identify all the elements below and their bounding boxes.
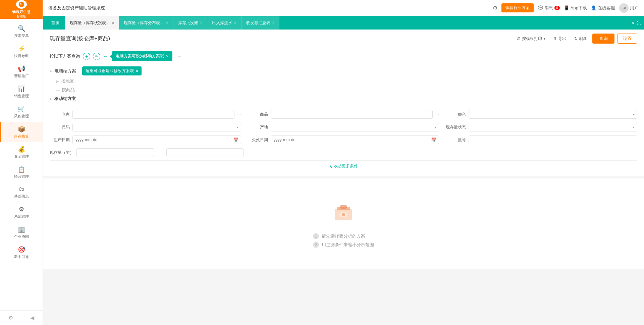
stock-status-select[interactable]: [469, 123, 637, 131]
reset-button[interactable]: 设置: [617, 34, 637, 44]
print-label: 按模板打印: [522, 36, 542, 42]
industry-btn[interactable]: 体验行业方案: [501, 3, 534, 12]
tab-stock-status[interactable]: 现存量（库存状况表） ×: [65, 16, 119, 30]
sidebar-item-finance[interactable]: 💰 资金管理: [0, 142, 43, 162]
settings-footer-icon[interactable]: ⚙: [8, 315, 13, 321]
tab-stock-dist-close[interactable]: ×: [166, 21, 168, 25]
origin-select[interactable]: [271, 123, 439, 131]
support-group[interactable]: 👤 在线客服: [591, 5, 615, 11]
sidebar-item-inventory[interactable]: 📦 库存核算: [0, 122, 43, 142]
mfg-date-calendar-icon[interactable]: 📅: [233, 138, 238, 143]
color-select[interactable]: [469, 110, 637, 119]
quick-nav-icon: ⚡: [18, 45, 25, 52]
message-group[interactable]: 💬 消息 6: [538, 5, 560, 11]
pc-scheme-triangle[interactable]: ▶: [50, 69, 52, 73]
sidebar-item-label: 库存核算: [14, 134, 29, 139]
refresh-btn[interactable]: ↻ 刷新: [572, 35, 590, 43]
collapse-sidebar-icon[interactable]: ◀: [30, 315, 34, 321]
pc-sub-label-1: 按地区: [61, 78, 74, 84]
tab-close-all-icon[interactable]: ×: [632, 20, 634, 25]
warehouse-input[interactable]: [72, 110, 234, 119]
mfg-date-wrap: 📅: [72, 136, 241, 144]
sidebar-item-system[interactable]: ⚙ 系统管理: [0, 202, 43, 222]
warehouse-dots[interactable]: ···: [237, 112, 241, 117]
app-download-group[interactable]: 📱 App下载: [564, 5, 587, 11]
svg-rect-4: [340, 205, 347, 209]
sidebar-item-sales[interactable]: 📊 销售管理: [0, 82, 43, 102]
sidebar-item-guide[interactable]: 🎯 新手引导: [0, 242, 43, 263]
tab-home[interactable]: 首页: [46, 16, 65, 30]
sidebar-item-label: 经营管理: [14, 174, 29, 179]
print-dropdown-icon: ▾: [543, 36, 545, 41]
support-icon: 👤: [591, 5, 596, 10]
origin-label: 产地: [248, 124, 268, 130]
tab-batch-ledger[interactable]: 库存批次账 ×: [173, 16, 207, 30]
add-scheme-btn[interactable]: +: [83, 53, 90, 60]
mfg-date-input[interactable]: [72, 136, 241, 144]
sidebar-item-enterprise[interactable]: 🏢 企业协同: [0, 222, 43, 242]
tab-stock-flow-label: 出入库流水: [212, 20, 232, 26]
tab-batch-ledger-close[interactable]: ×: [200, 21, 202, 25]
warehouse-field: 仓库 ···: [50, 110, 241, 119]
stock-status-field: 现存量状态 ▾: [446, 123, 637, 131]
size-select[interactable]: [72, 123, 241, 131]
tab-stock-flow-close[interactable]: ×: [234, 21, 236, 25]
tab-stock-dist[interactable]: 现存量（库存分布表） ×: [119, 16, 173, 30]
tooltip2-text: 这里可以创建和修改方案哦: [86, 68, 134, 74]
export-icon: ⬆: [553, 36, 557, 41]
batch-input[interactable]: [469, 136, 637, 144]
mobile-scheme-row: ▶ 移动端方案: [50, 94, 637, 103]
tab-collect-send[interactable]: 收发存汇总表 ×: [241, 16, 279, 30]
tab-stock-status-close[interactable]: ×: [112, 21, 114, 25]
stock-qty-min[interactable]: [76, 148, 154, 157]
filter-top-row: 按以下方案查询 + ✏ ← 电脑方案可设为移动方案哦 × ···: [50, 51, 637, 61]
filter-back-arrow[interactable]: ←: [103, 54, 108, 59]
tab-stock-flow[interactable]: 出入库流水 ×: [207, 16, 241, 30]
exp-date-calendar-icon[interactable]: 📅: [431, 138, 436, 143]
purchase-icon: 🛒: [18, 105, 25, 113]
header-settings-icon[interactable]: ⚙: [493, 5, 497, 11]
sidebar-item-label: 企业协同: [14, 234, 29, 239]
refresh-label: 刷新: [579, 36, 587, 42]
sidebar-item-basic[interactable]: 🗂 基础信息: [0, 182, 43, 202]
sidebar-item-purchase[interactable]: 🛒 采购管理: [0, 102, 43, 122]
mobile-scheme-label[interactable]: 移动端方案: [54, 96, 76, 102]
goods-dots[interactable]: ···: [435, 112, 439, 117]
batch-field: 批号: [446, 136, 637, 144]
goods-input[interactable]: [271, 110, 433, 119]
exp-date-input[interactable]: [271, 136, 439, 144]
svg-point-6: [342, 213, 345, 216]
export-btn[interactable]: ⬆ 导出: [551, 35, 569, 43]
stock-qty-field: 现存量（主） —: [50, 148, 244, 157]
tab-fullscreen-icon[interactable]: ⛶: [637, 20, 641, 25]
pc-sub-row2: — 按商品: [56, 86, 637, 94]
sidebar-item-search[interactable]: 🔍 搜索菜单: [0, 21, 43, 42]
tab-collect-send-close[interactable]: ×: [272, 21, 274, 25]
print-btn[interactable]: 🖨 按模板打印 ▾: [514, 35, 548, 43]
user-group[interactable]: Ea 用户: [619, 3, 639, 13]
export-label: 导出: [558, 36, 566, 42]
filter-fields-container: 仓库 ··· 商品 ··· 颜色: [50, 106, 637, 157]
collapse-btn[interactable]: ∧ 收起更多条件: [50, 160, 637, 172]
pc-scheme-label[interactable]: 电脑端方案: [54, 68, 76, 74]
tooltip1-close[interactable]: ×: [166, 54, 168, 59]
mobile-scheme-triangle[interactable]: ▶: [50, 97, 52, 101]
sidebar-item-label: 系统管理: [14, 214, 29, 219]
color-select-wrap: ▾: [469, 110, 637, 119]
mobile-icon: 📱: [564, 5, 569, 10]
finance-icon: 💰: [18, 146, 25, 153]
logo-sub: 标准版: [17, 14, 26, 19]
sidebar-item-quick-nav[interactable]: ⚡ 快捷导航: [0, 42, 43, 62]
system-name: 装备及固定资产辅助管理系统: [48, 5, 489, 11]
query-button[interactable]: 查询: [592, 34, 614, 44]
message-badge: 6: [554, 6, 560, 10]
stock-qty-max[interactable]: [166, 148, 244, 157]
sidebar-item-label: 采购管理: [14, 114, 29, 119]
sidebar-item-operations[interactable]: 📋 经营管理: [0, 162, 43, 182]
edit-scheme-btn[interactable]: ✏: [93, 53, 100, 60]
stock-status-select-wrap: ▾: [469, 123, 637, 131]
filter-area: 按以下方案查询 + ✏ ← 电脑方案可设为移动方案哦 × ··· ▶: [43, 47, 644, 176]
page-header: 现存量查询(按仓库+商品) 🖨 按模板打印 ▾ ⬆ 导出 ↻ 刷新: [43, 30, 644, 47]
sidebar-item-marketing[interactable]: 📢 营销推广: [0, 62, 43, 82]
tooltip2-close[interactable]: ×: [136, 69, 138, 73]
